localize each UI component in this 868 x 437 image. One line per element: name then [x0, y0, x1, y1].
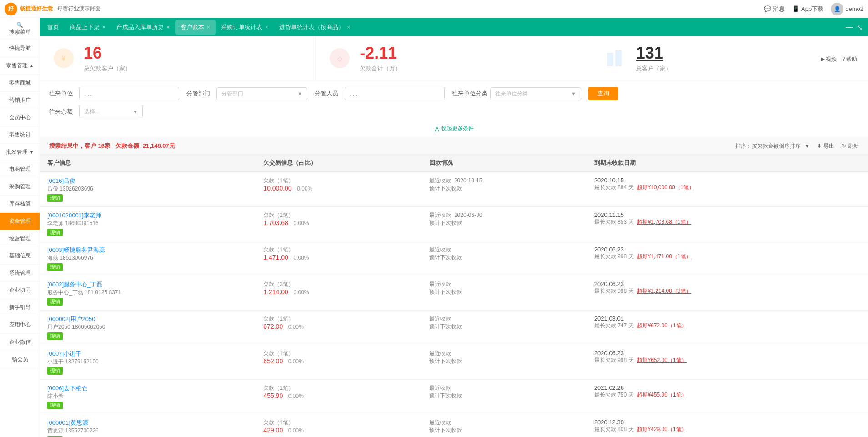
tab-close-icon-5[interactable]: × [347, 24, 350, 30]
sidebar-item-retail-stats[interactable]: 零售统计 [0, 126, 40, 144]
customer-phone-5: 小迸干 18279152100 [47, 358, 249, 366]
sidebar-item-corp-wechat[interactable]: 企业微信 [0, 334, 40, 351]
sidebar-item-pro-member[interactable]: 畅会员 [0, 351, 40, 368]
export-label: 导出 [823, 142, 834, 150]
sidebar-search[interactable]: 🔍 搜索菜单 [0, 18, 40, 40]
tab-customer-ledger[interactable]: 客户账本 × [175, 20, 216, 35]
sidebar-item-corp-collab[interactable]: 企业协同 [0, 282, 40, 299]
latest-label-5: 最近收款 [429, 350, 580, 357]
sidebar-item-retail-store[interactable]: 零售商城 [0, 75, 40, 92]
message-btn[interactable]: 💬 消息 [764, 5, 785, 13]
overdue-link-7[interactable]: 超期¥429.00（1笔） [637, 426, 687, 432]
sidebar-item-inventory[interactable]: 库存核算 [0, 196, 40, 213]
overdue-days-3: 最长欠款 998 天 [594, 288, 635, 294]
sidebar-item-capital[interactable]: 资金管理 [0, 213, 40, 230]
sidebar-item-batch-mgmt[interactable]: 批发管理 ▼ [0, 144, 40, 161]
sidebar-item-marketing[interactable]: 营销推广 [0, 92, 40, 109]
debt-amount-7[interactable]: 429.00 [263, 427, 283, 434]
sidebar-item-member-center[interactable]: 会员中心 [0, 109, 40, 126]
tab-close-icon[interactable]: × [102, 24, 105, 30]
sidebar-item-ops[interactable]: 经营管理 [0, 230, 40, 247]
customer-name-link-3[interactable]: [0002]服务中心_丁磊 [47, 281, 102, 288]
export-icon: ⬇ [817, 143, 822, 149]
refresh-btn[interactable]: ↻ 刷新 [842, 142, 859, 150]
tab-close-icon-3[interactable]: × [207, 24, 210, 30]
company-name[interactable]: 母婴行业演示账套 [57, 5, 101, 13]
customer-name-link-5[interactable]: [0007]小迸干 [47, 350, 81, 357]
video-btn[interactable]: ▶ 视频 [821, 55, 837, 63]
debt-amount-6[interactable]: 455.90 [263, 392, 283, 399]
stats-bar: ¥ 16 总欠款客户（家） ◇ [40, 36, 868, 80]
sidebar-item-newbie[interactable]: 新手引导 [0, 299, 40, 316]
overdue-link-2[interactable]: 超期¥1,471.00（1笔） [637, 253, 692, 260]
result-amount-prefix: 欠款金额 [115, 142, 139, 149]
overdue-link-4[interactable]: 超期¥672.00（1笔） [637, 322, 687, 329]
customer-name-link-0[interactable]: [0016]吕俊 [47, 177, 75, 184]
tabs-minimize-btn[interactable]: — [846, 23, 853, 31]
customer-name-link-6[interactable]: [0006]去下粮仓 [47, 385, 87, 392]
debt-amount-0[interactable]: 10,000.00 [263, 185, 291, 192]
customer-name-link-4[interactable]: [000002]用户2050 [47, 316, 95, 322]
balance-value: 选择... [84, 108, 100, 116]
dept-select[interactable]: 分管部门 ▼ [216, 87, 307, 100]
next-label-6: 预计下次收款 [429, 392, 580, 400]
sidebar-item-quick-nav[interactable]: 快捷导航 [0, 40, 40, 57]
top-bar-right: 💬 消息 📱 App下载 👤 demo2 [764, 3, 863, 15]
filter-collapse-btn[interactable]: ⋀ 收起更多条件 [49, 123, 859, 134]
stat-label-debt: 总欠款客户（家） [84, 65, 131, 73]
next-label-1: 预计下次收款 [429, 219, 580, 227]
from-unit-input[interactable]: ... [79, 87, 179, 100]
tab-purchase-stats[interactable]: 采购订单统计表 × [216, 20, 274, 35]
sidebar-item-ecommerce[interactable]: 电商管理 [0, 161, 40, 178]
unit-classify-select[interactable]: 往来单位分类 ▼ [490, 87, 581, 100]
cell-overdue-5: 2020.06.23 最长欠款 998 天 超期¥652.00（1笔） [587, 345, 868, 380]
cell-payment-4: 最近收款 预计下次收款 [422, 311, 587, 345]
app-download-btn[interactable]: 📱 App下载 [792, 5, 823, 13]
video-icon: ▶ [821, 56, 825, 62]
tab-purchase-product-stats[interactable]: 进货单统计表（按商品） × [274, 20, 356, 35]
debt-amount-2[interactable]: 1,471.00 [263, 254, 288, 261]
table-container: 客户信息 欠交易信息（占比） 回款情况 到期未收款日期 [0016]吕俊 吕俊 … [40, 154, 868, 437]
customer-tag-2: 现销 [47, 263, 63, 271]
table-row: [0001020001]李老师 李老师 18600391516 现销 欠款（1笔… [40, 207, 868, 241]
cell-payment-7: 最近收款 预计下次收款 [422, 414, 587, 437]
tab-production-history[interactable]: 产成品入库单历史 × [111, 20, 175, 35]
tab-close-icon-4[interactable]: × [265, 24, 268, 30]
debt-amount-3[interactable]: 1,214.00 [263, 288, 288, 296]
debt-amount-5[interactable]: 652.00 [263, 357, 283, 365]
person-input[interactable]: ... [345, 87, 445, 100]
sidebar-item-sys[interactable]: 系统管理 [0, 265, 40, 282]
due-date-6: 2021.02.26 [594, 384, 861, 391]
sidebar-item-basic-info[interactable]: 基础信息 [0, 247, 40, 265]
tabs-expand-btn[interactable]: ⤡ [857, 23, 863, 32]
sidebar-item-app-center[interactable]: 应用中心 [0, 316, 40, 334]
overdue-link-5[interactable]: 超期¥652.00（1笔） [637, 357, 687, 363]
stat-label-amount: 欠款合计（万） [360, 65, 401, 73]
overdue-link-0[interactable]: 超期¥10,000.00（1笔） [637, 184, 695, 191]
customer-name-link-7[interactable]: [000001]黄思源 [47, 419, 88, 426]
balance-select[interactable]: 选择... ▼ [79, 105, 143, 118]
query-button[interactable]: 查询 [588, 87, 618, 100]
customer-name-link-2[interactable]: [0003]畅捷服务尹海蕊 [47, 246, 105, 253]
refresh-label: 刷新 [848, 142, 859, 150]
table-header-row: 客户信息 欠交易信息（占比） 回款情况 到期未收款日期 [40, 154, 868, 172]
user-menu[interactable]: 👤 demo2 [831, 3, 863, 15]
debt-amount-4[interactable]: 672.00 [263, 323, 283, 330]
tab-close-icon-2[interactable]: × [166, 24, 170, 30]
sort-select[interactable]: 排序：按欠款金额倒序排序 ▼ [735, 142, 810, 150]
table-row: [0006]去下粮仓 陈小希 现销 欠款（1笔） 455.90 0.00% 最近… [40, 380, 868, 414]
export-btn[interactable]: ⬇ 导出 [817, 142, 834, 150]
next-label-7: 预计下次收款 [429, 427, 580, 434]
sidebar-item-retail-mgmt[interactable]: 零售管理 ▲ [0, 57, 40, 75]
help-btn[interactable]: ? 帮助 [842, 55, 857, 63]
debt-amount-1[interactable]: 1,703.68 [263, 219, 288, 226]
overdue-link-1[interactable]: 超期¥1,703.68（1笔） [637, 219, 692, 225]
overdue-link-3[interactable]: 超期¥1,214.00（3笔） [637, 288, 692, 294]
customer-name-link-1[interactable]: [0001020001]李老师 [47, 212, 101, 219]
tab-product-onoff[interactable]: 商品上下架 × [65, 20, 111, 35]
tab-home[interactable]: 首页 [42, 20, 65, 35]
app-download-label: App下载 [801, 5, 823, 13]
filter-balance: 往来余额 选择... ▼ [49, 105, 143, 118]
overdue-link-6[interactable]: 超期¥455.90（1笔） [637, 392, 687, 398]
sidebar-item-purchase[interactable]: 采购管理 [0, 178, 40, 196]
